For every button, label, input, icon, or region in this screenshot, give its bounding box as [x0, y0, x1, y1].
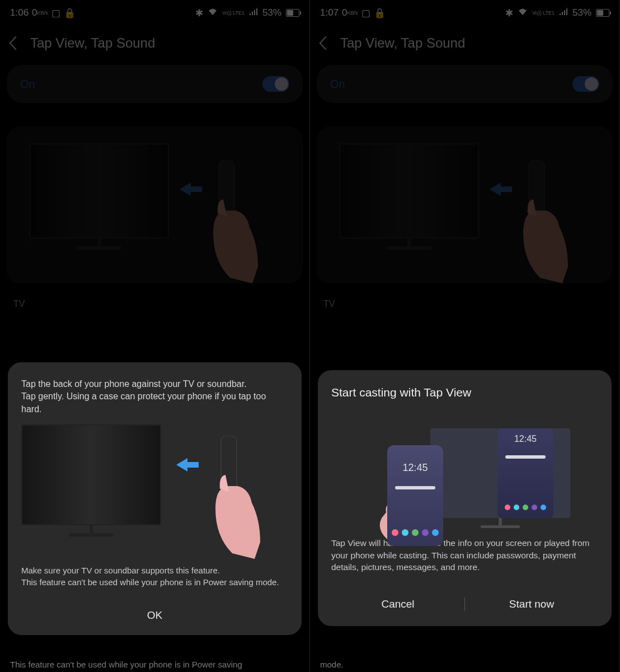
- dialog-illustration: [21, 424, 288, 553]
- tap-illustration: [317, 127, 613, 283]
- status-bar: 1:06 0KB/s ▢ 🔒 ✱ Vo)) LTE1 53%: [0, 0, 309, 26]
- ok-button[interactable]: OK: [21, 601, 288, 624]
- wifi-icon: [518, 7, 528, 18]
- feature-toggle-row[interactable]: On: [7, 65, 303, 103]
- wifi-icon: [208, 7, 218, 18]
- start-now-button[interactable]: Start now: [465, 592, 598, 616]
- back-icon[interactable]: [8, 35, 19, 52]
- instruction-dialog: Tap the back of your phone against your …: [8, 362, 302, 635]
- bluetooth-icon: ✱: [505, 7, 513, 19]
- dialog-note: Make sure your TV or soundbar supports t…: [21, 564, 288, 588]
- arrow-left-icon: [490, 183, 501, 196]
- volte-indicator: Vo)) LTE1: [532, 10, 555, 16]
- dialog-body: Tap the back of your phone against your …: [21, 378, 288, 416]
- dialog-title: Start casting with Tap View: [331, 386, 598, 399]
- gallery-icon: ▢: [51, 7, 60, 19]
- section-label-tv: TV: [13, 299, 296, 309]
- status-time: 1:07: [320, 7, 339, 18]
- toggle-label: On: [20, 78, 35, 91]
- page-header: Tap View, Tap Sound: [0, 26, 309, 65]
- gallery-icon: ▢: [361, 7, 370, 19]
- signal-icon: [559, 7, 568, 18]
- page-title: Tap View, Tap Sound: [340, 35, 465, 51]
- arrow-left-icon: [176, 458, 187, 472]
- lock-icon: 🔒: [64, 7, 76, 19]
- data-speed: 0KB/s: [32, 7, 48, 18]
- battery-percent: 53%: [572, 7, 591, 18]
- toggle-switch[interactable]: [262, 76, 289, 92]
- section-label-tv: TV: [323, 299, 606, 309]
- tap-illustration: [7, 127, 303, 283]
- toggle-switch[interactable]: [572, 76, 599, 92]
- screen-right: 1:07 0KB/s ▢ 🔒 ✱ Vo)) LTE1 53% Tap Vie: [310, 0, 620, 672]
- cancel-button[interactable]: Cancel: [331, 592, 464, 616]
- lock-icon: 🔒: [374, 7, 386, 19]
- status-bar: 1:07 0KB/s ▢ 🔒 ✱ Vo)) LTE1 53%: [310, 0, 619, 26]
- phone-clock: 12:45: [387, 462, 443, 474]
- battery-icon: [596, 9, 609, 17]
- truncated-text: mode.: [320, 659, 609, 670]
- status-time: 1:06: [10, 7, 29, 18]
- cast-illustration: 12:45 12:45: [331, 412, 598, 529]
- feature-toggle-row[interactable]: On: [317, 65, 613, 103]
- signal-icon: [249, 7, 258, 18]
- dialog-buttons: Cancel Start now: [331, 587, 598, 616]
- bluetooth-icon: ✱: [195, 7, 203, 19]
- volte-indicator: Vo)) LTE1: [222, 10, 245, 16]
- page-header: Tap View, Tap Sound: [310, 26, 619, 65]
- tv-mirror-clock: 12:45: [497, 434, 553, 444]
- page-title: Tap View, Tap Sound: [30, 35, 155, 51]
- truncated-text: This feature can't be used while your ph…: [10, 659, 299, 670]
- data-speed: 0KB/s: [342, 7, 358, 18]
- dialog-body: Tap View will have access to the info on…: [331, 537, 598, 573]
- arrow-left-icon: [180, 183, 191, 196]
- battery-percent: 53%: [262, 7, 281, 18]
- back-icon[interactable]: [318, 35, 329, 52]
- toggle-label: On: [330, 78, 345, 91]
- screen-left: 1:06 0KB/s ▢ 🔒 ✱ Vo)) LTE1 53% Tap Vie: [0, 0, 310, 672]
- battery-icon: [286, 9, 299, 17]
- cast-permission-dialog: Start casting with Tap View 12:45 12:45: [318, 370, 612, 626]
